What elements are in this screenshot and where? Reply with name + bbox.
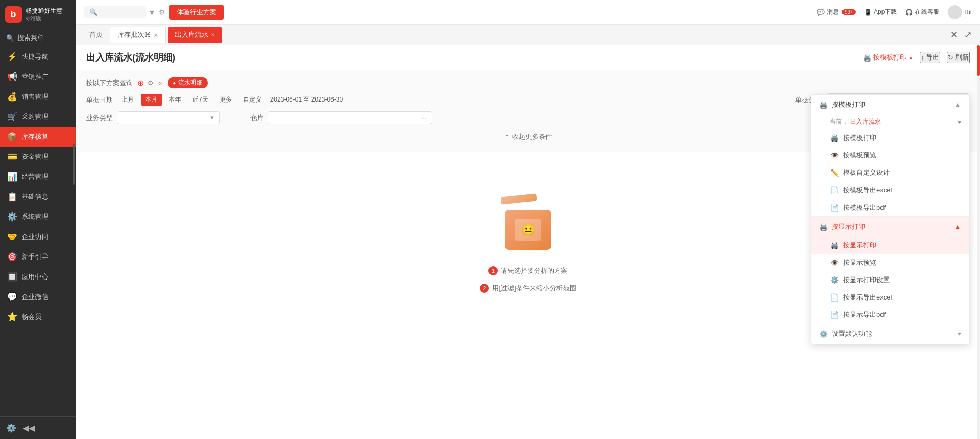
template-export-excel-item[interactable]: 📄 按模板导出excel [811, 182, 969, 199]
step-2-num: 2 [480, 284, 489, 293]
main-scrollbar-track [977, 45, 980, 439]
sidebar-item-collab[interactable]: 🤝 企业协同 [0, 227, 76, 247]
page-title: 出入库流水(流水明细) [86, 51, 175, 64]
empty-face: 😐 [515, 219, 541, 241]
tab-home[interactable]: 首页 [84, 27, 108, 43]
filter-add-btn[interactable]: ⊕ [137, 78, 144, 88]
display-export-pdf-item[interactable]: 📄 按显示导出pdf [811, 306, 969, 324]
topbar-search[interactable]: 🔍 [84, 6, 146, 18]
export-icon: ↑ [921, 54, 925, 62]
message-btn[interactable]: 💬 消息 99+ [817, 8, 856, 16]
sidebar-item-management[interactable]: 📊 经营管理 [0, 167, 76, 187]
user-avatar[interactable]: Rit [948, 5, 972, 19]
template-export-pdf-item[interactable]: 📄 按模板导出pdf [811, 199, 969, 216]
settings-icon[interactable]: ⚙️ [6, 423, 16, 433]
online-service-label: 在线客服 [915, 8, 939, 16]
display-export-excel-item[interactable]: 📄 按显示导出excel [811, 289, 969, 306]
close-window-icon[interactable]: ✕ [950, 29, 958, 41]
online-service-btn[interactable]: 🎧 在线客服 [905, 8, 939, 16]
settings-default-item[interactable]: ⚙️ 设置默认功能 ▾ [811, 324, 969, 344]
chevron-up-icon: ▲ [909, 55, 914, 61]
biz-type-label: 业务类型 [86, 113, 113, 123]
sidebar-item-finance[interactable]: 💳 资金管理 [0, 147, 76, 167]
print-icon: 🖨️ [819, 101, 828, 109]
app-download-label: App下载 [874, 8, 897, 16]
template-print-section: 🖨️ 按模板打印 ▲ 当前： 出入库流水 ▾ 🖨️ 按模板打印 � [811, 95, 969, 217]
sidebar-item-label: 快捷导航 [22, 52, 48, 62]
print-template-btn[interactable]: 🖨️ 按模板打印 ▲ [863, 53, 914, 62]
sidebar-item-purchase[interactable]: 🛒 采购管理 [0, 107, 76, 127]
refresh-btn[interactable]: ↻ 刷新 [947, 52, 970, 63]
date-btn-this-month[interactable]: 本月 [141, 94, 162, 106]
date-btn-more[interactable]: 更多 [215, 94, 237, 106]
sidebar-item-wechat[interactable]: 💬 企业微信 [0, 287, 76, 307]
print-dropdown-panel: 🖨️ 按模板打印 ▲ 当前： 出入库流水 ▾ 🖨️ 按模板打印 � [811, 94, 970, 344]
tab-close-batch[interactable]: × [154, 31, 158, 39]
sidebar-item-sales[interactable]: 💰 销售管理 [0, 87, 76, 107]
sidebar-item-label: 企业微信 [22, 292, 48, 302]
date-btn-last-month[interactable]: 上月 [117, 94, 139, 106]
sidebar: b 畅捷通好生意 标准版 🔍 搜索菜单 ⚡ 快捷导航 📢 营销推广 💰 销售管理… [0, 0, 76, 439]
collapse-icon[interactable]: ◀◀ [23, 423, 35, 433]
message-badge: 99+ [842, 9, 856, 15]
settings-gear-icon[interactable]: ⚙ [159, 8, 165, 16]
filter-warehouse-field: 仓库 ··· [250, 111, 432, 124]
date-btn-7days[interactable]: 近7天 [188, 94, 213, 106]
settings-icon: ⚙️ [819, 330, 828, 338]
finance-icon: 💳 [7, 152, 17, 162]
sidebar-item-marketing[interactable]: 📢 营销推广 [0, 67, 76, 87]
main-scrollbar-thumb[interactable] [977, 45, 980, 76]
topbar-dropdown-icon[interactable]: ▾ [150, 7, 154, 18]
current-template-row: 当前： 出入库流水 ▾ [811, 114, 969, 129]
sidebar-item-label: 经营管理 [22, 172, 48, 182]
filter-collapse-btn[interactable]: « [158, 79, 162, 87]
sidebar-bottom: ⚙️ ◀◀ [0, 416, 76, 439]
sidebar-item-guide[interactable]: 🎯 新手引导 [0, 247, 76, 267]
excel-icon: 📄 [830, 186, 839, 194]
settings-icon: ⚙️ [830, 276, 839, 284]
sidebar-item-label: 新手引导 [22, 252, 48, 262]
sidebar-item-quicknav[interactable]: ⚡ 快捷导航 [0, 47, 76, 67]
app-download-btn[interactable]: 📱 App下载 [864, 8, 897, 16]
date-btn-custom[interactable]: 自定义 [239, 94, 266, 106]
quicknav-icon: ⚡ [7, 52, 17, 62]
chevron-up-icon: ⌃ [504, 133, 510, 141]
display-print-header-left: 🖨️ 按显示打印 [819, 222, 865, 231]
sidebar-item-basic[interactable]: 📋 基础信息 [0, 187, 76, 207]
collab-icon: 🤝 [7, 232, 17, 242]
display-preview-item[interactable]: 👁️ 按显示预览 [811, 254, 969, 271]
tab-close-flow[interactable]: × [211, 31, 215, 38]
sidebar-item-member[interactable]: ⭐ 畅会员 [0, 307, 76, 327]
display-print-item[interactable]: 🖨️ 按显示打印 [811, 236, 969, 254]
sidebar-search[interactable]: 🔍 搜索菜单 [0, 29, 76, 47]
print-icon: 🖨️ [830, 134, 839, 142]
date-buttons: 上月 本月 本年 近7天 更多 自定义 2023-06-01 至 2023-06… [117, 94, 343, 106]
tab-inventory-batch[interactable]: 库存批次账 × [110, 27, 166, 43]
sidebar-item-system[interactable]: ⚙️ 系统管理 [0, 207, 76, 227]
warehouse-select[interactable]: ··· [268, 111, 432, 124]
sidebar-item-apps[interactable]: 🔲 应用中心 [0, 267, 76, 287]
pdf-icon: 📄 [830, 204, 839, 212]
export-btn[interactable]: ↑ 导出 [920, 52, 941, 63]
refresh-icon: ↻ [948, 54, 953, 62]
template-print-item[interactable]: 🖨️ 按模板打印 [811, 129, 969, 147]
empty-box: 😐 [505, 210, 551, 250]
tab-stock-flow[interactable]: 出入库流水 × [168, 27, 223, 43]
username-label: Rit [964, 9, 972, 16]
sidebar-item-inventory[interactable]: 📦 库存核算 [0, 127, 76, 147]
filter-active-tag[interactable]: ● 流水明细 [168, 77, 208, 88]
expand-window-icon[interactable]: ⤢ [964, 29, 972, 41]
industry-btn[interactable]: 体验行业方案 [169, 5, 224, 20]
template-print-header[interactable]: 🖨️ 按模板打印 ▲ [811, 95, 969, 114]
display-print-header[interactable]: 🖨️ 按显示打印 ▲ [811, 217, 969, 236]
template-preview-item[interactable]: 👁️ 按模板预览 [811, 147, 969, 164]
sales-icon: 💰 [7, 92, 17, 102]
warehouse-more-icon[interactable]: ··· [421, 114, 426, 122]
phone-icon: 📱 [864, 9, 872, 16]
display-print-settings-item[interactable]: ⚙️ 按显示打印设置 [811, 271, 969, 289]
date-btn-this-year[interactable]: 本年 [164, 94, 186, 106]
biz-type-select[interactable]: ▾ [117, 111, 220, 124]
template-custom-item[interactable]: ✏️ 模板自定义设计 [811, 164, 969, 182]
filter-set-btn[interactable]: ⚙ [148, 79, 154, 87]
marketing-icon: 📢 [7, 72, 17, 82]
